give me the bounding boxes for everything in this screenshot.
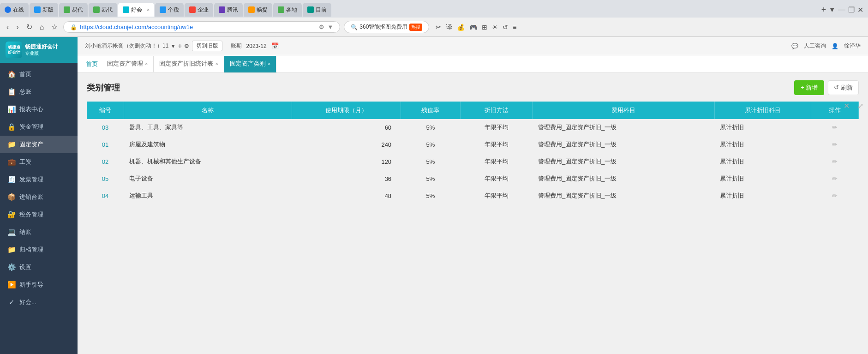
th-expense: 费用科目 (533, 102, 714, 119)
undo-icon[interactable]: ↺ (503, 24, 508, 31)
translate-icon[interactable]: 译 (446, 23, 452, 31)
tab-close-fixed-mgmt[interactable]: × (145, 61, 148, 66)
browser-tab-7[interactable]: 企业 (185, 3, 213, 17)
minimize-icon[interactable]: — (838, 6, 845, 14)
search-box[interactable]: 🔍 360智能抠图免费用 热搜 (344, 21, 429, 33)
sidebar-item-fixed[interactable]: 📁 固定资产 (0, 136, 78, 153)
add-btn[interactable]: + 新增 (794, 80, 824, 95)
url-text: https://cloud.chanjet.com/accounting/uw1… (80, 24, 193, 30)
tab-fixed-category[interactable]: 固定资产类别 × (224, 56, 276, 72)
cell-name-0: 器具、工具、家具等 (124, 119, 292, 136)
tab-label-5: 好会 (131, 6, 142, 14)
wallet-icon[interactable]: 💰 (457, 24, 465, 31)
topbar-right: 💬 人工咨询 👤 徐泽华 (791, 42, 861, 50)
breadcrumb-home[interactable]: 首页 (82, 60, 102, 68)
bookmark-btn[interactable]: ☆ (49, 22, 60, 32)
settings-gear-icon[interactable]: ⚙ (184, 43, 189, 49)
edit-btn-3[interactable]: ✏ (832, 175, 838, 182)
browser-tab-5[interactable]: 好会 × (118, 3, 154, 17)
close-panel-btn[interactable]: ✕ (844, 102, 850, 110)
refresh-btn[interactable]: ↺ 刷新 (828, 80, 859, 95)
sidebar-item-archive[interactable]: 📁 归档管理 (0, 241, 78, 258)
dropdown-icon[interactable]: ▼ (170, 43, 176, 49)
calendar-icon[interactable]: 📅 (271, 42, 279, 49)
app-wrapper: 畅捷通好会计 畅捷通好会计 专业版 🏠 首页 📋 总账 📊 报表中心 🔒 (0, 37, 868, 354)
category-table: 编号 名称 使用期限（月） 残值率 折旧方法 费用科目 累计折旧科目 操作 03… (87, 102, 859, 204)
tab-close-5[interactable]: × (147, 7, 150, 12)
th-period: 使用期限（月） (292, 102, 401, 119)
grid-icon[interactable]: ⊞ (482, 24, 487, 31)
edit-btn-4[interactable]: ✏ (832, 192, 838, 199)
tab-fixed-mgmt[interactable]: 固定资产管理 × (102, 56, 154, 72)
sidebar-logo: 畅捷通好会计 (6, 42, 22, 58)
edit-btn-1[interactable]: ✏ (832, 141, 838, 148)
cell-edit-2[interactable]: ✏ (811, 153, 858, 170)
maximize-icon[interactable]: ❐ (848, 6, 855, 14)
sidebar-item-home[interactable]: 🏠 首页 (0, 66, 78, 83)
tab-settings-icon[interactable]: ▼ (829, 6, 835, 13)
sidebar-item-tax[interactable]: 🔐 税务管理 (0, 206, 78, 223)
tab-depreciation-stat[interactable]: 固定资产折旧统计表 × (154, 56, 224, 72)
cell-edit-4[interactable]: ✏ (811, 187, 858, 204)
sidebar-label-archive: 归档管理 (19, 246, 43, 254)
sidebar-item-funds[interactable]: 🔒 资金管理 (0, 118, 78, 136)
edit-btn-2[interactable]: ✏ (832, 158, 838, 165)
url-box[interactable]: 🔒 https://cloud.chanjet.com/accounting/u… (63, 21, 340, 33)
add-account-icon[interactable]: + (178, 42, 182, 50)
menu-icon[interactable]: ≡ (513, 24, 516, 31)
sidebar-edition: 专业版 (25, 50, 58, 56)
page-title: 类别管理 (87, 82, 120, 93)
sidebar-item-ledger[interactable]: 📋 总账 (0, 83, 78, 101)
sidebar-item-report[interactable]: 📊 报表中心 (0, 101, 78, 118)
table-row: 01 房屋及建筑物 240 5% 年限平均 管理费用_固定资产折旧_一级 累计折… (87, 136, 859, 153)
sidebar-item-invoice[interactable]: 🧾 发票管理 (0, 171, 78, 188)
search-icon: 🔍 (351, 24, 358, 30)
reload-btn[interactable]: ↻ (24, 22, 34, 32)
sun-icon[interactable]: ☀ (492, 24, 498, 31)
sidebar-item-settle[interactable]: 💻 结账 (0, 223, 78, 241)
game-icon[interactable]: 🎮 (469, 24, 477, 31)
switch-version-btn[interactable]: 切到旧版 (192, 41, 222, 51)
browser-tab-9[interactable]: 畅提 (244, 3, 272, 17)
browser-tab-6[interactable]: 个税 (155, 3, 184, 17)
cut-icon[interactable]: ✂ (436, 24, 441, 31)
close-window-icon[interactable]: ✕ (857, 6, 863, 14)
home-icon: 🏠 (7, 70, 16, 78)
expand-panel-btn[interactable]: ⤢ (857, 102, 863, 110)
th-method: 折旧方法 (461, 102, 533, 119)
browser-tab-3[interactable]: 易代 (59, 3, 88, 17)
cell-accumulated-1: 累计折旧 (714, 136, 811, 153)
sidebar-item-stockac[interactable]: 📦 进销台账 (0, 188, 78, 206)
cell-expense-1: 管理费用_固定资产折旧_一级 (533, 136, 714, 153)
sidebar-label-invoice: 发票管理 (19, 175, 43, 184)
sidebar-item-guide[interactable]: ▶️ 新手引导 (0, 276, 78, 294)
browser-tab-11[interactable]: 目前 (303, 3, 331, 17)
back-btn[interactable]: ‹ (5, 22, 11, 32)
browser-tab-2[interactable]: 新版 (30, 3, 58, 17)
home-btn[interactable]: ⌂ (38, 22, 46, 32)
new-tab-btn[interactable]: + (821, 5, 826, 15)
browser-tab-1[interactable]: 在线 (0, 3, 29, 17)
edit-btn-0[interactable]: ✏ (832, 124, 838, 131)
browser-tab-4[interactable]: 易代 (89, 3, 117, 17)
tab-close-depreciation-stat[interactable]: × (215, 61, 218, 66)
sidebar-label-guide: 新手引导 (19, 281, 43, 289)
help-label[interactable]: 人工咨询 (804, 42, 826, 50)
period-label: 账期 (231, 42, 242, 50)
tab-label-depreciation-stat: 固定资产折旧统计表 (159, 60, 213, 68)
forward-btn[interactable]: › (14, 22, 20, 32)
browser-tab-8[interactable]: 腾讯 (214, 3, 243, 17)
sidebar-item-settings[interactable]: ⚙️ 设置 (0, 258, 78, 276)
archive-icon: 📁 (7, 246, 16, 254)
cell-edit-3[interactable]: ✏ (811, 170, 858, 187)
cell-code-2: 02 (87, 153, 124, 170)
sidebar-label-fixed: 固定资产 (19, 140, 43, 149)
cell-method-4: 年限平均 (461, 187, 533, 204)
cell-edit-0[interactable]: ✏ (811, 119, 858, 136)
cell-method-1: 年限平均 (461, 136, 533, 153)
browser-tab-10[interactable]: 各地 (273, 3, 302, 17)
sidebar-item-more[interactable]: ✓ 好会... (0, 294, 78, 311)
cell-edit-1[interactable]: ✏ (811, 136, 858, 153)
sidebar-item-salary[interactable]: 💼 工资 (0, 153, 78, 171)
tab-close-fixed-category[interactable]: × (268, 61, 270, 66)
